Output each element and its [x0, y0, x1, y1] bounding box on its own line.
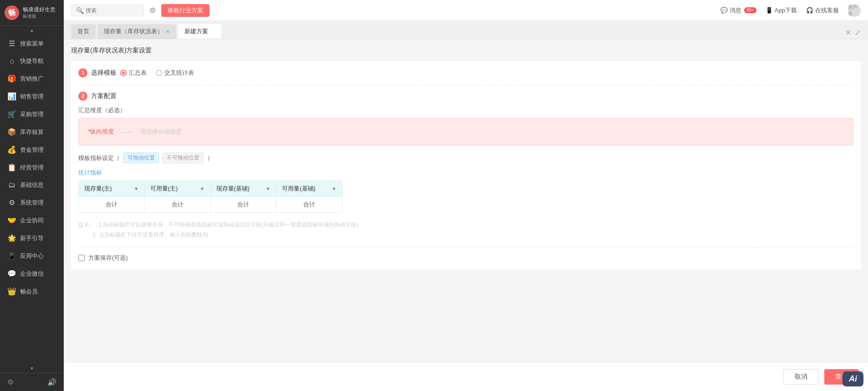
radio-summary[interactable]: 汇总表 [120, 69, 147, 77]
chevron-down-icon-2[interactable]: ▼ [266, 186, 271, 191]
radio-cross-dot [156, 70, 162, 76]
tip-1: 2. 点击标题栏下拉可设置排序、插入列和删除列 [78, 230, 853, 240]
template-settings-row: 模板指标设定（ 可拖动位置 不可拖动位置 ） [78, 153, 853, 163]
stats-label: 统计指标 [78, 169, 853, 177]
tips-area: 提示： 1.拖动标题栏可以调整布局，不可跨维度或指标区域拖动冻结目字段(只能在同… [78, 220, 853, 240]
footer-settings-icon[interactable]: ⚙ [7, 378, 14, 386]
sidebar-logo: 畅 畅康通好生意 标准版 [0, 0, 64, 26]
search-menu-icon: ☰ [7, 39, 16, 48]
save-area: 方案保存(可选) [78, 254, 853, 262]
stats-cell-0-2: 合计 [211, 197, 277, 212]
user-avatar[interactable]: 用户名 [848, 4, 861, 17]
sidebar: 畅 畅康通好生意 标准版 ▲ ☰ 搜索菜单 ⌂ 快捷导航 🎁 营销推广 📊 销售… [0, 0, 64, 391]
close-panel-icon[interactable]: ✕ [845, 28, 851, 37]
gear-icon[interactable]: ⚙ [149, 6, 156, 15]
chevron-down-icon-0[interactable]: ▼ [134, 186, 139, 191]
sidebar-item-label: 新手引导 [20, 234, 44, 242]
chevron-down-icon-3[interactable]: ▼ [332, 186, 337, 191]
radio-summary-dot [120, 70, 127, 76]
sidebar-item-label: 基础信息 [20, 181, 44, 189]
stats-col-2[interactable]: 现存量(基辅) ▼ [211, 181, 277, 196]
download-icon: 📱 [766, 7, 773, 14]
topbar: 🔍 ⚙ 体验行业方案 💬 消息 99+ 📱 App下载 🎧 在线客服 用户名 [64, 0, 868, 21]
service-icon: 🎧 [806, 7, 813, 14]
stats-cell-0-3: 合计 [276, 197, 342, 212]
logo-badge: 标准版 [23, 13, 56, 20]
sidebar-item-label: 库存核算 [20, 128, 44, 136]
marketing-icon: 🎁 [7, 74, 16, 83]
chevron-down-icon-1[interactable]: ▼ [200, 186, 205, 191]
stats-cell-0-0: 合计 [79, 197, 145, 212]
sidebar-item-wechat[interactable]: 💬 企业微信 [0, 265, 64, 283]
system-icon: ⚙ [7, 198, 16, 207]
operations-icon: 📋 [7, 163, 16, 172]
divider-1 [78, 85, 853, 85]
radio-cross[interactable]: 交叉统计表 [156, 69, 194, 77]
dimension-placeholder: 请选择分组维度 [140, 128, 182, 136]
sidebar-item-label: 企业微信 [20, 270, 44, 278]
stats-col-3[interactable]: 可用量(基辅) ▼ [276, 181, 342, 196]
section-choose-template: 1 选择模板 汇总表 交叉统计表 [78, 68, 853, 77]
save-checkbox[interactable] [78, 255, 85, 261]
tab-close-inventory[interactable]: ✕ [166, 29, 170, 35]
divider-2 [78, 247, 853, 247]
sidebar-item-sales[interactable]: 📊 销售管理 [0, 87, 64, 105]
section1-number: 1 [78, 68, 87, 77]
inventory-icon: 📦 [7, 128, 16, 136]
sidebar-item-label: 营销推广 [20, 75, 44, 83]
sidebar-scroll-down[interactable]: ▼ [0, 364, 64, 373]
search-input[interactable] [86, 7, 131, 14]
app-center-icon: 📱 [7, 252, 16, 260]
stats-col-1[interactable]: 可用量(主) ▼ [145, 181, 211, 196]
topbar-right: 💬 消息 99+ 📱 App下载 🎧 在线客服 用户名 [720, 4, 861, 17]
save-label: 方案保存(可选) [88, 254, 128, 262]
page-title: 现存量(库存状况表)方案设置 [71, 46, 861, 55]
tag-movable: 可拖动位置 [123, 153, 159, 163]
cancel-button[interactable]: 取消 [783, 369, 819, 385]
trial-button[interactable]: 体验行业方案 [161, 4, 209, 17]
sidebar-item-system[interactable]: ⚙ 系统管理 [0, 194, 64, 211]
section-scheme-config: 2 方案配置 汇总维度（必选） *纵向维度 —— 请选择分组维度 模板指标设定（… [78, 92, 853, 240]
sidebar-item-label: 资金管理 [20, 146, 44, 154]
sidebar-item-label: 销售管理 [20, 93, 44, 101]
sidebar-footer: ⚙ 🔊 [0, 373, 64, 391]
sidebar-item-purchase[interactable]: 🛒 采购管理 [0, 105, 64, 123]
tab-close-new-scheme[interactable]: ✕ [211, 29, 215, 35]
logo-icon: 畅 [5, 5, 19, 20]
sidebar-item-label: 经营管理 [20, 164, 44, 172]
sidebar-item-quick-nav[interactable]: ⌂ 快捷导航 [0, 52, 64, 70]
sidebar-item-operations[interactable]: 📋 经营管理 [0, 159, 64, 176]
message-icon: 💬 [720, 7, 728, 14]
tab-new-scheme[interactable]: 新建方案 ✕ [178, 24, 221, 39]
sidebar-item-guide[interactable]: 🌟 新手引导 [0, 229, 64, 247]
sidebar-item-app-center[interactable]: 📱 应用中心 [0, 247, 64, 265]
sidebar-item-enterprise[interactable]: 🤝 企业协同 [0, 211, 64, 229]
tab-inventory-status[interactable]: 现存量（库存状况表） ✕ [97, 24, 176, 39]
sidebar-nav: ☰ 搜索菜单 ⌂ 快捷导航 🎁 营销推广 📊 销售管理 🛒 采购管理 📦 库存核… [0, 35, 64, 364]
content-area: 现存量(库存状况表)方案设置 1 选择模板 汇总表 交叉统计表 [64, 39, 868, 362]
tag-fixed: 不可拖动位置 [163, 153, 204, 163]
guide-icon: 🌟 [7, 234, 16, 242]
purchase-icon: 🛒 [7, 110, 16, 118]
sidebar-item-marketing[interactable]: 🎁 营销推广 [0, 70, 64, 87]
sidebar-item-member[interactable]: 👑 畅会员 [0, 283, 64, 300]
app-download-button[interactable]: 📱 App下载 [766, 6, 797, 15]
expand-panel-icon[interactable]: ⤢ [855, 28, 861, 37]
stats-table-row-0: 合计 合计 合计 合计 [79, 196, 342, 212]
topbar-search-box[interactable]: 🔍 [71, 5, 144, 16]
search-icon: 🔍 [76, 7, 84, 14]
sidebar-item-inventory[interactable]: 📦 库存核算 [0, 123, 64, 141]
stats-table-header: 现存量(主) ▼ 可用量(主) ▼ 现存量(基辅) ▼ 可用量(基辅) [79, 181, 342, 196]
sidebar-item-basic-info[interactable]: 🗂 基础信息 [0, 176, 64, 194]
stats-col-0[interactable]: 现存量(主) ▼ [79, 181, 145, 196]
sidebar-item-search-menu[interactable]: ☰ 搜索菜单 [0, 35, 64, 52]
online-service-button[interactable]: 🎧 在线客服 [806, 6, 839, 15]
wechat-icon: 💬 [7, 269, 16, 278]
dimension-vertical-label: *纵向维度 [88, 128, 114, 136]
tab-home[interactable]: 首页 [71, 24, 96, 39]
footer-audio-icon[interactable]: 🔊 [47, 378, 56, 386]
sidebar-scroll-up[interactable]: ▲ [0, 26, 64, 35]
stats-cell-0-1: 合计 [145, 197, 211, 212]
sidebar-item-finance[interactable]: 💰 资金管理 [0, 141, 64, 159]
message-button[interactable]: 💬 消息 99+ [720, 6, 756, 15]
